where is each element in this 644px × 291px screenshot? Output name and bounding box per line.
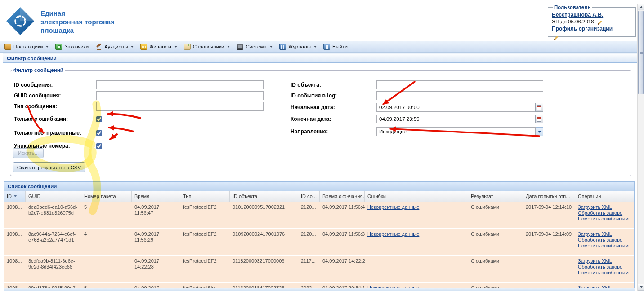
sort-desc-icon	[13, 195, 17, 197]
menu-item-reference[interactable]: Справочники	[184, 44, 230, 50]
column-header-end-time[interactable]: Время окончания...	[320, 191, 365, 202]
direction-combobox[interactable]	[376, 127, 536, 136]
column-header-guid[interactable]: GUID	[26, 191, 81, 202]
message-id-input[interactable]	[96, 80, 264, 89]
page: Единая электронная торговая площадка Пол…	[0, 0, 644, 291]
errors-only-label: Только с ошибками:	[14, 116, 68, 122]
table-row[interactable]: 1098... 8ac9644a-7264-e6ef-e768-a2b2a774…	[4, 229, 634, 256]
errors-link[interactable]: Некорректные данные	[367, 231, 419, 237]
end-date-input[interactable]	[376, 115, 535, 123]
arrow-up-icon	[640, 6, 643, 8]
column-header-result[interactable]: Результат	[468, 191, 523, 202]
unsent-only-checkbox[interactable]	[96, 130, 102, 136]
load-xml-link[interactable]: Загрузить XML	[578, 258, 631, 264]
arrow-down-icon	[640, 286, 643, 288]
menu-item-auctions[interactable]: Аукционы	[95, 44, 134, 50]
load-xml-link[interactable]: Загрузить XML	[578, 231, 631, 237]
user-name-link[interactable]: Бесстрашнова А.В.	[552, 12, 603, 18]
message-type-label: Тип сообщения:	[14, 103, 57, 110]
exit-icon	[323, 44, 330, 50]
column-header-errors[interactable]: Ошибки	[365, 191, 468, 202]
scrollbar-thumb[interactable]	[638, 11, 644, 94]
column-header-time[interactable]: Время	[132, 191, 180, 202]
mark-erroneous-link[interactable]: Пометить ошибочным	[578, 243, 631, 249]
filter-panel: Фильтр сообщений ID сообщения: GUID сооб…	[10, 67, 631, 176]
calendar-icon	[537, 117, 541, 122]
column-header-type[interactable]: Тип	[180, 191, 230, 202]
messages-grid: Список сообщений ID GUID Номер пакета Вр…	[4, 181, 635, 291]
grid-header-row: ID GUID Номер пакета Время Тип ID объект…	[4, 191, 634, 202]
auctions-icon	[95, 44, 102, 50]
mark-erroneous-link[interactable]: Пометить ошибочным	[578, 216, 631, 222]
log-event-id-input[interactable]	[376, 91, 543, 100]
end-date-label: Конечная дата:	[291, 116, 331, 122]
reprocess-link[interactable]: Обработать заново	[578, 210, 631, 216]
main-menubar: Поставщики Заказчики Аукционы Финансы Сп…	[0, 41, 637, 53]
direction-label: Направление:	[291, 128, 328, 135]
cert-validity-text: ЭП до 05.06.2018	[552, 19, 594, 24]
menu-item-journals[interactable]: Журналы	[279, 44, 317, 50]
column-header-object-id[interactable]: ID объекта	[230, 191, 298, 202]
scroll-up-button[interactable]	[638, 4, 644, 10]
org-profile-link[interactable]: Профиль организации	[552, 26, 613, 32]
suppliers-icon	[4, 44, 11, 50]
search-button[interactable]: Искать...	[13, 148, 44, 158]
reprocess-link[interactable]: Обработать заново	[578, 264, 631, 270]
menu-item-customers[interactable]: Заказчики	[55, 44, 89, 50]
reprocess-link[interactable]: Обработать заново	[578, 237, 631, 243]
menu-item-logout[interactable]: Выйти	[323, 44, 348, 50]
guid-input[interactable]	[96, 91, 264, 100]
user-panel-legend: Пользователь	[553, 4, 592, 10]
vertical-scrollbar[interactable]	[637, 4, 644, 291]
mark-erroneous-link[interactable]: Пометить ошибочным	[578, 270, 631, 276]
direction-dropdown-button[interactable]	[536, 127, 543, 136]
column-header-packet[interactable]: Номер пакета	[81, 191, 132, 202]
finance-icon	[140, 44, 147, 50]
errors-link[interactable]: Некорректные данные	[367, 204, 419, 210]
calendar-icon	[537, 105, 541, 110]
customers-icon	[55, 44, 62, 50]
edit-pencil-icon[interactable]	[554, 36, 559, 40]
table-row[interactable]: 1098... dea0bed6-ea10-a56d-b2c7-e831d326…	[4, 202, 634, 229]
object-id-input[interactable]	[376, 80, 543, 89]
column-header-id[interactable]: ID	[4, 191, 26, 202]
start-date-input[interactable]	[376, 103, 535, 112]
download-csv-button[interactable]: Скачать результаты в CSV	[13, 162, 85, 172]
left-border	[3, 53, 3, 291]
guid-label: GUID сообщения:	[14, 93, 61, 99]
end-date-calendar-button[interactable]	[535, 115, 543, 123]
log-event-id-label: ID события в log:	[291, 93, 337, 99]
user-panel: Пользователь Бесстрашнова А.В. ЭП до 05.…	[548, 4, 636, 37]
chevron-down-icon	[227, 46, 230, 48]
top-divider	[0, 4, 637, 4]
column-header-attempt-date[interactable]: Дата попытки отп...	[523, 191, 575, 202]
menu-item-suppliers[interactable]: Поставщики	[4, 44, 49, 50]
system-icon	[237, 44, 243, 50]
scroll-down-button[interactable]	[638, 284, 644, 291]
menu-item-finance[interactable]: Финансы	[140, 44, 177, 50]
thumb-grip-icon	[640, 51, 643, 55]
menu-item-system[interactable]: Система	[237, 44, 272, 50]
bottom-scroll-strip	[4, 288, 635, 291]
chevron-down-icon	[46, 46, 49, 48]
reference-icon	[184, 44, 191, 50]
errors-only-checkbox[interactable]	[96, 116, 102, 122]
start-date-label: Начальная дата:	[291, 104, 335, 110]
filter-legend: Фильтр сообщений	[12, 67, 65, 73]
unique-numbers-checkbox[interactable]	[96, 143, 102, 149]
column-header-id-so[interactable]: ID со...	[298, 191, 320, 202]
message-type-input[interactable]	[96, 102, 264, 111]
grid-title: Список сообщений	[4, 182, 634, 191]
chevron-down-icon	[270, 46, 273, 48]
message-id-label: ID сообщения:	[14, 82, 53, 88]
chevron-down-icon	[314, 46, 317, 48]
page-title: Фильтр сообщений	[3, 53, 637, 63]
table-row[interactable]: 1098... 3cdfda9b-8111-6d6e-9e2d-8d34f423…	[4, 256, 634, 283]
journals-icon	[279, 44, 286, 50]
load-xml-link[interactable]: Загрузить XML	[578, 204, 631, 210]
unsent-only-label: Только неотправленные:	[14, 130, 81, 136]
column-header-operations[interactable]: Операции	[575, 191, 634, 202]
chevron-down-icon	[174, 46, 177, 48]
start-date-calendar-button[interactable]	[535, 103, 543, 112]
brand-title: Единая электронная торговая площадка	[40, 9, 115, 35]
